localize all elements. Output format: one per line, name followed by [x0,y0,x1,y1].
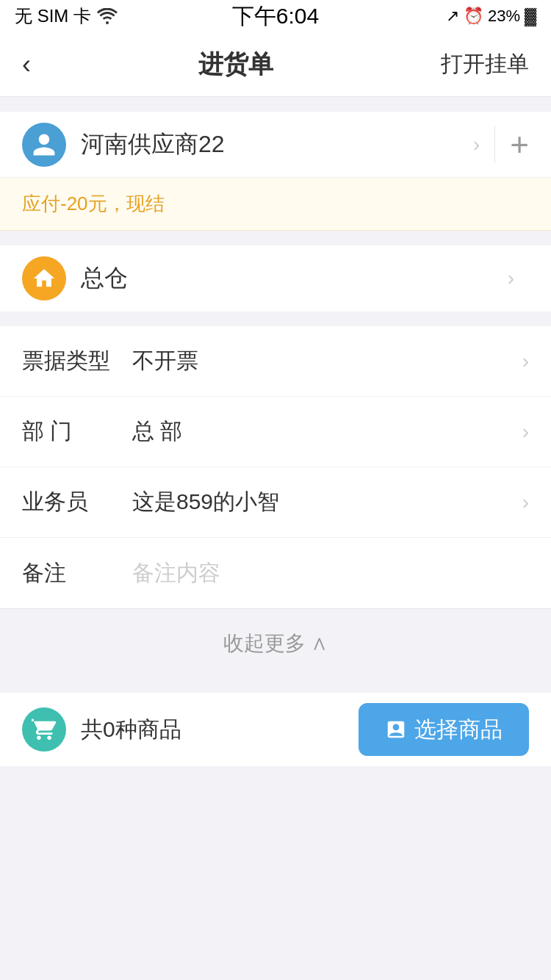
home-icon [32,266,57,291]
select-product-button[interactable]: 选择商品 [359,703,529,756]
invoice-chevron-icon: › [522,350,529,373]
supplier-notice: 应付-20元，现结 [0,178,551,231]
select-product-label: 选择商品 [414,715,503,745]
supplier-row[interactable]: 河南供应商22 › + [0,112,551,178]
collapse-row[interactable]: 收起更多 ∧ [0,608,551,678]
invoice-label: 票据类型 [22,346,110,376]
department-value: 总 部 [132,417,522,447]
form-section: 票据类型 不开票 › 部 门 总 部 › 业务员 这是859的小智 › 备注 备… [0,326,551,608]
warehouse-section: 总仓 › [0,245,551,311]
vertical-divider [494,126,495,163]
wifi-icon [97,8,118,24]
status-right: ↗ ⏰ 23% ▓ [446,7,536,26]
alarm-icon: ⏰ [464,7,483,26]
department-chevron-icon: › [522,420,529,444]
invoice-value: 不开票 [132,346,522,376]
status-time: 下午6:04 [232,1,319,32]
location-icon: ↗ [446,7,459,26]
warehouse-row[interactable]: 总仓 › [0,245,551,311]
supplier-section: 河南供应商22 › + 应付-20元，现结 [0,112,551,231]
battery-icon: ▓ [525,7,536,26]
warehouse-icon [22,256,66,300]
form-row-department[interactable]: 部 门 总 部 › [0,397,551,467]
product-count: 共0种商品 [81,715,344,745]
salesperson-label: 业务员 [22,487,110,517]
salesperson-chevron-icon: › [522,491,529,514]
supplier-avatar [22,123,66,167]
back-button[interactable]: ‹ [22,49,31,80]
salesperson-value: 这是859的小智 [132,487,522,517]
form-row-invoice[interactable]: 票据类型 不开票 › [0,326,551,397]
supplier-name: 河南供应商22 [81,129,473,161]
warehouse-name: 总仓 [81,262,508,295]
battery-label: 23% [488,7,520,26]
supplier-chevron-icon: › [473,133,480,156]
remark-label: 备注 [22,558,110,588]
nav-bar: ‹ 进货单 打开挂单 [0,32,551,97]
department-label: 部 门 [22,417,110,447]
status-left: 无 SIM 卡 [15,4,118,28]
bottom-bar: 共0种商品 选择商品 [0,693,551,766]
person-icon [31,131,57,158]
no-sim-label: 无 SIM 卡 [15,4,91,28]
remark-value: 备注内容 [132,558,529,588]
warehouse-chevron-icon: › [508,267,514,290]
open-hang-button[interactable]: 打开挂单 [441,49,529,79]
add-supplier-button[interactable]: + [510,129,529,161]
page-title: 进货单 [198,48,273,82]
select-product-icon [385,718,407,741]
form-row-salesperson[interactable]: 业务员 这是859的小智 › [0,467,551,538]
status-bar: 无 SIM 卡 下午6:04 ↗ ⏰ 23% ▓ [0,0,551,32]
cart-icon [32,717,57,742]
form-row-remark[interactable]: 备注 备注内容 [0,538,551,608]
section-gap-1 [0,97,551,112]
product-icon [22,707,66,752]
